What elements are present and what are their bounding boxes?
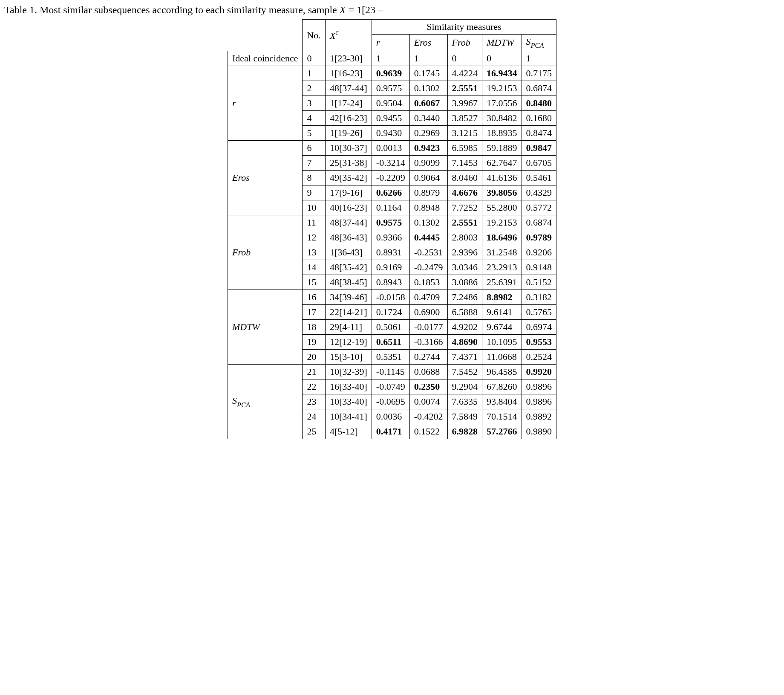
cell-frob: 2.5551 [447,81,482,96]
cell-eros: 0.1302 [409,81,447,96]
cell-spca: 0.5765 [522,305,556,320]
cell-spca: 0.7175 [522,66,556,81]
cell-no: 24 [303,409,325,424]
cell-eros: 0.4445 [409,230,447,245]
cell-mdtw: 39.8056 [482,185,522,200]
cell-frob: 7.4371 [447,350,482,365]
cell-spca: 0.8474 [522,126,556,141]
cell-spca: 0.9847 [522,141,556,156]
cell-frob: 7.7252 [447,200,482,215]
cell-r: 0.1164 [372,200,409,215]
cell-xc: 48[35-42] [325,260,372,275]
cell-mdtw: 16.9434 [482,66,522,81]
cell-no: 12 [303,230,325,245]
cell-spca: 0.5152 [522,275,556,290]
header-blank [228,20,303,51]
cell-xc: 15[3-10] [325,350,372,365]
cell-eros: -0.2479 [409,260,447,275]
cell-r: -0.3214 [372,156,409,171]
cell-xc: 40[16-23] [325,200,372,215]
cell-no: 15 [303,275,325,290]
cell-xc: 1[17-24] [325,96,372,111]
cell-xc: 48[37-44] [325,215,372,230]
cell-mdtw: 10.1095 [482,335,522,350]
cell-frob: 6.5888 [447,305,482,320]
cell-no: 10 [303,200,325,215]
cell-eros: 0.2969 [409,126,447,141]
cell-xc: 10[34-41] [325,409,372,424]
group-label: MDTW [228,290,303,365]
cell-spca: 0.9148 [522,260,556,275]
cell-xc: 10[32-39] [325,365,372,379]
cell-r: 0.9455 [372,111,409,126]
cell-spca: 0.9896 [522,379,556,394]
cell-r: 0.1724 [372,305,409,320]
ideal-r: 1 [372,51,409,66]
cell-frob: 7.1453 [447,156,482,171]
cell-eros: -0.0177 [409,320,447,335]
cell-spca: 0.6974 [522,320,556,335]
cell-no: 1 [303,66,325,81]
table-caption: Table 1. Most similar subsequences accor… [4,4,780,16]
cell-xc: 10[30-37] [325,141,372,156]
cell-r: 0.9169 [372,260,409,275]
group-label: Eros [228,141,303,215]
cell-r: 0.6266 [372,185,409,200]
cell-mdtw: 70.1514 [482,409,522,424]
ideal-frob: 0 [447,51,482,66]
cell-spca: 0.5461 [522,171,556,185]
cell-r: 0.5061 [372,320,409,335]
cell-no: 17 [303,305,325,320]
cell-mdtw: 8.8982 [482,290,522,305]
cell-r: 0.9575 [372,215,409,230]
cell-frob: 9.2904 [447,379,482,394]
cell-xc: 1[19-26] [325,126,372,141]
cell-eros: 0.9423 [409,141,447,156]
cell-xc: 42[16-23] [325,111,372,126]
group-label: Frob [228,215,303,290]
cell-xc: 12[12-19] [325,335,372,350]
cell-frob: 2.5551 [447,215,482,230]
cell-eros: 0.8979 [409,185,447,200]
cell-no: 7 [303,156,325,171]
cell-xc: 29[4-11] [325,320,372,335]
cell-eros: 0.6900 [409,305,447,320]
cell-spca: 0.9789 [522,230,556,245]
cell-mdtw: 93.8404 [482,394,522,409]
cell-no: 18 [303,320,325,335]
cell-r: 0.8943 [372,275,409,290]
cell-frob: 7.5849 [447,409,482,424]
cell-eros: 0.6067 [409,96,447,111]
header-frob: Frob [447,35,482,51]
ideal-spca: 1 [522,51,556,66]
cell-mdtw: 18.8935 [482,126,522,141]
cell-r: 0.0036 [372,409,409,424]
cell-frob: 7.5452 [447,365,482,379]
cell-eros: -0.2531 [409,245,447,260]
ideal-eros: 1 [409,51,447,66]
cell-mdtw: 18.6496 [482,230,522,245]
cell-frob: 7.6335 [447,394,482,409]
cell-mdtw: 11.0668 [482,350,522,365]
ideal-xc: 1[23-30] [325,51,372,66]
cell-r: 0.8931 [372,245,409,260]
cell-frob: 4.6676 [447,185,482,200]
header-r: r [372,35,409,51]
group-label: r [228,66,303,141]
cell-no: 14 [303,260,325,275]
cell-frob: 3.0886 [447,275,482,290]
cell-xc: 48[38-45] [325,275,372,290]
cell-mdtw: 67.8260 [482,379,522,394]
cell-spca: 0.6874 [522,215,556,230]
ideal-mdtw: 0 [482,51,522,66]
cell-eros: 0.3440 [409,111,447,126]
cell-spca: 0.6705 [522,156,556,171]
cell-xc: 49[35-42] [325,171,372,185]
cell-eros: 0.1522 [409,424,447,439]
cell-xc: 4[5-12] [325,424,372,439]
cell-eros: 0.9099 [409,156,447,171]
cell-r: 0.9575 [372,81,409,96]
cell-mdtw: 57.2766 [482,424,522,439]
cell-r: 0.0013 [372,141,409,156]
cell-eros: 0.2744 [409,350,447,365]
